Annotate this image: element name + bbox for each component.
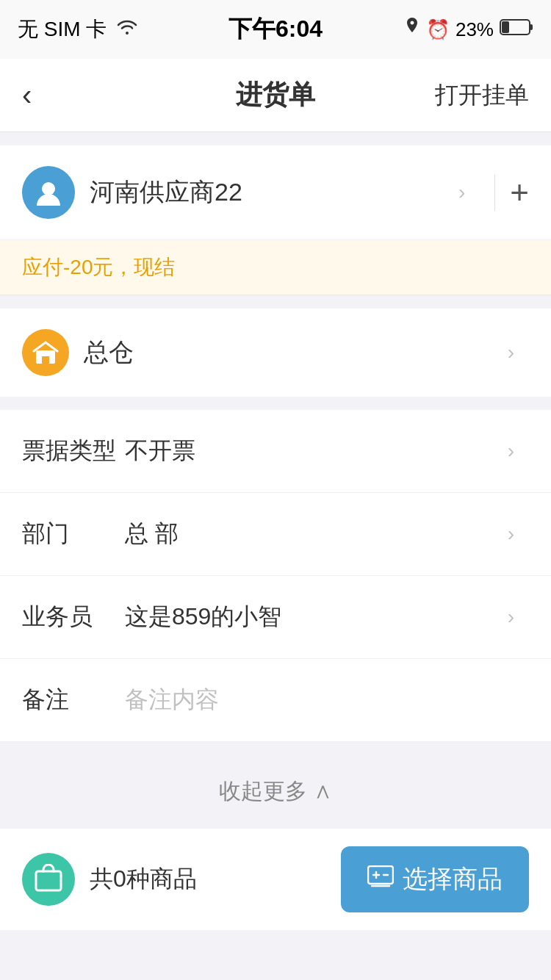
select-product-button[interactable]: 选择商品 <box>341 846 529 912</box>
invoice-type-chevron: › <box>508 439 514 463</box>
open-pending-button[interactable]: 打开挂单 <box>435 79 529 112</box>
select-product-icon <box>367 865 394 893</box>
wifi-icon <box>115 18 139 41</box>
warehouse-icon <box>22 329 69 376</box>
collapse-label[interactable]: 收起更多 ∧ <box>219 777 331 807</box>
department-chevron: › <box>508 522 514 546</box>
supplier-row[interactable]: 河南供应商22 › + <box>0 145 551 240</box>
svg-rect-5 <box>42 356 49 364</box>
warehouse-name: 总仓 <box>84 336 508 370</box>
battery-label: 23% <box>455 18 494 41</box>
supplier-avatar <box>22 166 75 219</box>
invoice-type-label: 票据类型 <box>22 435 125 467</box>
form-section: 票据类型 不开票 › 部门 总 部 › 业务员 这是859的小智 › 备注 备注… <box>0 410 551 741</box>
supplier-chevron-icon: › <box>458 181 465 204</box>
collapse-section[interactable]: 收起更多 ∧ <box>0 754 551 829</box>
page-title: 进货单 <box>236 77 315 113</box>
svg-rect-6 <box>36 871 61 890</box>
product-icon <box>22 853 75 906</box>
svg-rect-1 <box>530 24 533 30</box>
supplier-name: 河南供应商22 <box>90 176 458 209</box>
remark-row[interactable]: 备注 备注内容 <box>0 659 551 741</box>
carrier-label: 无 SIM 卡 <box>18 15 107 43</box>
warehouse-section: 总仓 › <box>0 309 551 397</box>
remaining-background <box>0 930 551 980</box>
salesperson-row[interactable]: 业务员 这是859的小智 › <box>0 576 551 659</box>
status-time: 下午6:04 <box>228 13 323 46</box>
svg-rect-7 <box>368 866 393 884</box>
svg-point-3 <box>42 182 55 195</box>
supplier-notice: 应付-20元，现结 <box>0 240 551 295</box>
department-row[interactable]: 部门 总 部 › <box>0 493 551 576</box>
warehouse-chevron-icon: › <box>508 341 514 364</box>
remark-label: 备注 <box>22 684 125 716</box>
status-left: 无 SIM 卡 <box>18 15 139 43</box>
back-button[interactable]: ‹ <box>22 79 32 112</box>
location-icon <box>404 18 420 42</box>
invoice-type-row[interactable]: 票据类型 不开票 › <box>0 410 551 493</box>
salesperson-value: 这是859的小智 <box>125 601 508 633</box>
salesperson-label: 业务员 <box>22 601 125 633</box>
spacer-1 <box>0 132 551 145</box>
remark-input[interactable]: 备注内容 <box>125 684 529 716</box>
nav-bar: ‹ 进货单 打开挂单 <box>0 59 551 132</box>
department-value: 总 部 <box>125 518 508 550</box>
status-right: ⏰ 23% <box>404 18 533 42</box>
warehouse-row[interactable]: 总仓 › <box>0 309 551 397</box>
status-bar: 无 SIM 卡 下午6:04 ⏰ 23% <box>0 0 551 59</box>
add-supplier-icon[interactable]: + <box>510 174 529 211</box>
bottom-bar: 共0种商品 选择商品 <box>0 829 551 930</box>
select-product-label: 选择商品 <box>403 862 503 896</box>
invoice-type-value: 不开票 <box>125 435 508 467</box>
product-count: 共0种商品 <box>90 863 341 896</box>
salesperson-chevron: › <box>508 605 514 629</box>
battery-icon <box>500 18 533 41</box>
supplier-divider <box>494 174 495 211</box>
alarm-icon: ⏰ <box>426 18 450 41</box>
department-label: 部门 <box>22 518 125 550</box>
supplier-section: 河南供应商22 › + 应付-20元，现结 <box>0 145 551 295</box>
svg-rect-2 <box>502 21 509 33</box>
